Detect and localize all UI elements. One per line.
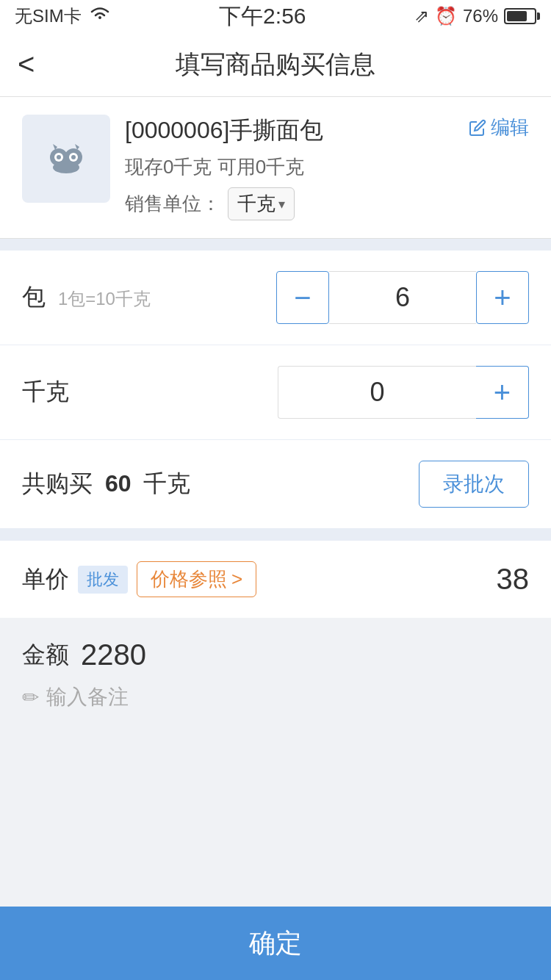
edit-button[interactable]: 编辑 [469, 115, 529, 140]
kg-controls: + [278, 366, 529, 419]
confirm-button[interactable]: 确定 [249, 926, 302, 962]
kg-input-row: 千克 + [0, 345, 551, 440]
remark-row[interactable]: ✏ 输入备注 [22, 683, 529, 711]
location-icon: ⇗ [414, 6, 429, 26]
product-unit: 销售单位： 千克 ▾ [125, 187, 529, 220]
package-minus-button[interactable]: − [276, 271, 329, 324]
package-plus-button[interactable]: + [476, 271, 529, 324]
kg-label: 千克 [22, 376, 278, 408]
wifi-icon [89, 6, 111, 26]
amount-label: 金额 [22, 639, 69, 671]
remark-placeholder: 输入备注 [46, 683, 129, 711]
summary-text: 共购买 60 千克 [22, 468, 190, 500]
price-label-group: 单价 批发 价格参照 > [22, 561, 256, 597]
price-value: 38 [497, 563, 530, 596]
wholesale-badge: 批发 [78, 566, 128, 594]
dropdown-arrow-icon: ▾ [278, 196, 285, 212]
back-button[interactable]: < [18, 48, 35, 81]
svg-point-5 [71, 155, 76, 159]
price-reference-button[interactable]: 价格参照 > [137, 561, 256, 597]
package-controls: − + [276, 271, 529, 324]
product-card: [0000006]手撕面包 编辑 现存0千克 可用0千克 销售单位： 千克 ▾ [0, 97, 551, 239]
section-separator [0, 239, 551, 251]
kg-plus-button[interactable]: + [476, 366, 529, 419]
input-section: 包 1包=10千克 − + 千克 + [0, 251, 551, 440]
carrier-label: 无SIM卡 [15, 4, 82, 28]
package-quantity-input[interactable] [329, 271, 476, 324]
amount-section: 金额 2280 ✏ 输入备注 [0, 618, 551, 723]
pencil-icon: ✏ [22, 685, 39, 710]
confirm-bar[interactable]: 确定 [0, 907, 551, 980]
section-separator-2 [0, 528, 551, 540]
arrow-right-icon: > [231, 568, 242, 591]
price-row: 单价 批发 价格参照 > 38 [22, 561, 529, 597]
page-title: 填写商品购买信息 [176, 48, 375, 82]
record-batch-button[interactable]: 录批次 [419, 461, 529, 508]
price-section: 单价 批发 价格参照 > 38 [0, 540, 551, 618]
amount-row: 金额 2280 [22, 638, 529, 671]
product-info: [0000006]手撕面包 编辑 现存0千克 可用0千克 销售单位： 千克 ▾ [125, 115, 529, 220]
product-name: [0000006]手撕面包 [125, 115, 323, 147]
alarm-icon: ⏰ [435, 6, 457, 26]
battery-percent: 76% [463, 6, 498, 26]
price-label: 单价 [22, 563, 69, 596]
status-left: 无SIM卡 [15, 4, 111, 28]
package-input-row: 包 1包=10千克 − + [0, 251, 551, 345]
status-right: ⇗ ⏰ 76% [414, 6, 536, 26]
summary-row: 共购买 60 千克 录批次 [0, 440, 551, 528]
summary-value: 60 [105, 470, 132, 497]
kg-quantity-input[interactable] [278, 366, 476, 419]
product-stock: 现存0千克 可用0千克 [125, 154, 529, 180]
svg-point-6 [53, 162, 79, 173]
package-hint: 1包=10千克 [58, 289, 151, 309]
package-label: 包 1包=10千克 [22, 281, 276, 314]
nav-bar: < 填写商品购买信息 [0, 32, 551, 97]
svg-point-4 [57, 155, 61, 159]
unit-dropdown[interactable]: 千克 ▾ [228, 187, 295, 220]
status-bar: 无SIM卡 下午2:56 ⇗ ⏰ 76% [0, 0, 551, 32]
amount-value: 2280 [81, 638, 146, 671]
battery-icon [504, 8, 536, 24]
product-thumbnail [22, 115, 110, 203]
status-time: 下午2:56 [219, 1, 306, 32]
